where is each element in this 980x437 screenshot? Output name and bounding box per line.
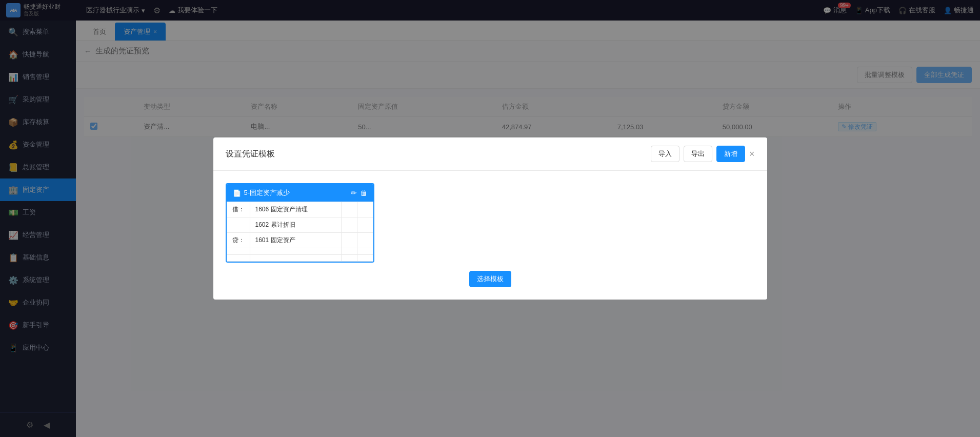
import-btn[interactable]: 导入 — [651, 146, 679, 162]
modal-title: 设置凭证模板 — [226, 149, 275, 160]
template-entries-table: 借： 1606 固定资产清理 1602 累计折旧 — [227, 202, 373, 262]
content-area: 首页 资产管理 × ← 生成的凭证预览 批量调整模板 全部生成凭证 — [76, 21, 980, 437]
page-content: ← 生成的凭证预览 批量调整模板 全部生成凭证 变动类型 资产名称 — [76, 41, 980, 437]
template-entry-row: 借： 1606 固定资产清理 — [227, 202, 373, 217]
template-empty-row — [227, 255, 373, 262]
modal-close-btn[interactable]: × — [749, 149, 755, 160]
select-template-btn[interactable]: 选择模板 — [469, 271, 511, 287]
modal-actions: 导入 导出 新增 — [651, 146, 745, 162]
export-btn[interactable]: 导出 — [684, 146, 712, 162]
template-body: 借： 1606 固定资产清理 1602 累计折旧 — [227, 202, 373, 262]
template-name: 5-固定资产减少 — [244, 188, 290, 197]
template-empty-row — [227, 248, 373, 255]
new-btn[interactable]: 新增 — [716, 146, 745, 162]
template-doc-icon: 📄 — [233, 189, 241, 197]
template-entry-row: 1602 累计折旧 — [227, 217, 373, 233]
modal-body: 📄 5-固定资产减少 ✏ 🗑 — [213, 171, 767, 300]
main-area: 🔍 搜索菜单 🏠 快捷导航 📊 销售管理 🛒 采购管理 📦 库存核 — [0, 21, 980, 437]
modal-overlay: 设置凭证模板 导入 导出 新增 × — [76, 41, 980, 437]
template-card-header: 📄 5-固定资产减少 ✏ 🗑 — [227, 184, 373, 202]
template-card: 📄 5-固定资产减少 ✏ 🗑 — [226, 183, 374, 263]
modal-header: 设置凭证模板 导入 导出 新增 × — [213, 137, 767, 171]
set-template-modal: 设置凭证模板 导入 导出 新增 × — [213, 137, 767, 300]
template-delete-icon[interactable]: 🗑 — [360, 189, 367, 197]
template-edit-icon[interactable]: ✏ — [351, 189, 357, 197]
template-entry-row: 贷： 1601 固定资产 — [227, 233, 373, 248]
app-container: AtA 畅捷通好业财 普及版 医疗器械行业演示 ▾ ⚙ ☁ 我要体验一下 💬 消… — [0, 0, 980, 437]
